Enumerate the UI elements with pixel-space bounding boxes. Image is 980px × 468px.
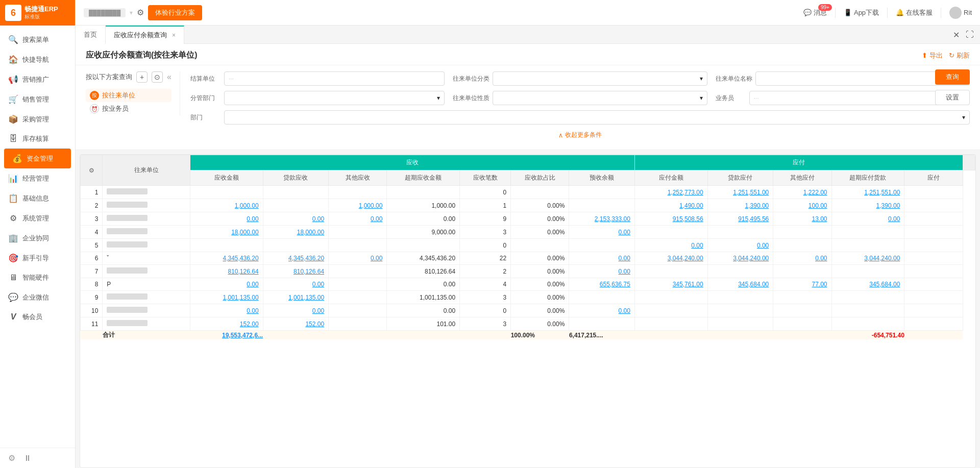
tab-home[interactable]: 首页 <box>76 26 106 44</box>
table-cell[interactable]: 0.00 <box>190 212 263 226</box>
table-cell[interactable]: 0.00 <box>569 304 635 317</box>
table-cell[interactable]: 0.00 <box>569 226 635 239</box>
system-icon: ⚙ <box>8 213 18 223</box>
table-cell[interactable]: 4,345,436.20 <box>190 252 263 265</box>
sidebar-item-quick[interactable]: 🏠 快捷导航 <box>0 50 75 69</box>
filter-add-btn[interactable]: + <box>136 71 148 83</box>
sidebar-item-basic[interactable]: 📋 基础信息 <box>0 188 75 208</box>
scheme-option-salesperson[interactable]: ⏰ 按业务员 <box>86 102 172 115</box>
sidebar-item-finance[interactable]: 💰 资金管理 <box>4 149 71 168</box>
table-cell[interactable]: 4,345,436.20 <box>263 252 329 265</box>
refresh-btn[interactable]: ↻ 刷新 <box>949 51 970 60</box>
table-cell[interactable]: 345,684.00 <box>707 278 773 291</box>
sidebar-item-guide[interactable]: 🎯 新手引导 <box>0 248 75 268</box>
total-loan-pay <box>707 331 773 340</box>
table-cell[interactable]: 2,153,333.00 <box>569 212 635 226</box>
table-cell[interactable]: 1,252,773.00 <box>634 186 707 199</box>
table-cell[interactable]: 1,000.00 <box>329 199 387 212</box>
table-cell[interactable]: 1,251,551.00 <box>707 186 773 199</box>
table-cell[interactable]: 3,044,240.00 <box>707 252 773 265</box>
table-cell[interactable]: 0.00 <box>263 212 329 226</box>
settings-icon[interactable]: ⚙ <box>137 8 144 17</box>
table-cell[interactable]: 18,000.00 <box>190 226 263 239</box>
table-cell[interactable]: 0.00 <box>569 265 635 278</box>
table-cell[interactable]: 77.00 <box>773 278 831 291</box>
table-cell[interactable]: 3,044,240.00 <box>634 252 707 265</box>
table-cell[interactable]: 810,126.64 <box>263 265 329 278</box>
table-cell[interactable]: 0.00 <box>190 278 263 291</box>
table-cell[interactable]: 0.00 <box>634 239 707 252</box>
collapse-more-btn[interactable]: ∧ 收起更多条件 <box>190 127 970 143</box>
table-cell[interactable]: 345,684.00 <box>831 278 904 291</box>
table-cell[interactable]: 13.00 <box>773 212 831 226</box>
table-cell[interactable]: 345,761.00 <box>634 278 707 291</box>
table-cell[interactable]: 3,044,240.00 <box>831 252 904 265</box>
table-cell[interactable]: 0.00 <box>263 278 329 291</box>
table-cell[interactable]: 0.00 <box>263 304 329 317</box>
sidebar-item-member[interactable]: V 畅会员 <box>0 307 75 327</box>
tab-close-window-icon[interactable]: ✕ <box>953 30 960 40</box>
table-cell[interactable]: 1,390.00 <box>707 199 773 212</box>
dept-manager-input[interactable]: ▾ <box>224 91 445 105</box>
settings-bottom-icon[interactable]: ⚙ <box>8 453 15 463</box>
table-cell: 0.00% <box>511 304 569 317</box>
sidebar-item-search[interactable]: 🔍 搜索菜单 <box>0 30 75 50</box>
total-rec-amount[interactable]: 19,553,472,6... <box>190 331 263 340</box>
table-cell[interactable]: 810,126.64 <box>190 265 263 278</box>
message-btn[interactable]: 💬 消息 99+ <box>803 8 827 17</box>
sidebar-item-company[interactable]: 🏢 企业协同 <box>0 228 75 248</box>
sidebar-item-wechat[interactable]: 💬 企业微信 <box>0 287 75 307</box>
table-cell[interactable]: 1,222.00 <box>773 186 831 199</box>
dept-input[interactable]: ▾ <box>224 110 970 125</box>
filter-scheme-btn[interactable]: ⊙ <box>152 71 163 83</box>
table-cell[interactable]: 0.00 <box>190 304 263 317</box>
table-cell[interactable]: 915,508.56 <box>634 212 707 226</box>
table-cell[interactable]: 655,636.75 <box>569 278 635 291</box>
sidebar-item-purchase[interactable]: 📦 采购管理 <box>0 109 75 129</box>
set-btn[interactable]: 设置 <box>935 90 970 105</box>
sidebar-item-sales[interactable]: 🛒 销售管理 <box>0 89 75 109</box>
sidebar-item-operation[interactable]: 📊 经营管理 <box>0 168 75 188</box>
tab-close-icon[interactable]: × <box>172 32 176 39</box>
table-cell[interactable]: 1,390.00 <box>831 199 904 212</box>
collapse-icon[interactable]: ⏸ <box>23 454 32 463</box>
industry-btn[interactable]: 体验行业方案 <box>148 5 202 20</box>
table-cell[interactable]: 1,251,551.00 <box>831 186 904 199</box>
settlement-input[interactable]: ··· <box>224 71 445 86</box>
table-container[interactable]: ⚙ 往来单位 应收 应付 应收金额 贷款应收 其他应收 超期应收金额 应收笔数 … <box>80 154 976 468</box>
app-download-btn[interactable]: 📱 App下载 <box>844 8 879 17</box>
table-cell[interactable]: 0.00 <box>329 212 387 226</box>
table-cell[interactable]: 1,001,135.00 <box>190 291 263 304</box>
filter-collapse-icon[interactable]: « <box>167 72 172 82</box>
user-info[interactable]: Rit <box>949 7 972 19</box>
sidebar-item-inventory[interactable]: 🗄 库存核算 <box>0 129 75 149</box>
sidebar-item-system[interactable]: ⚙ 系统管理 <box>0 208 75 228</box>
table-cell[interactable]: 0.00 <box>773 252 831 265</box>
sidebar-item-hardware[interactable]: 🖥 智能硬件 <box>0 268 75 287</box>
table-cell[interactable]: 0.00 <box>569 252 635 265</box>
category-input[interactable]: ▾ <box>493 71 707 86</box>
table-cell[interactable]: 0.00 <box>329 252 387 265</box>
tab-expand-icon[interactable]: ⛶ <box>966 30 974 39</box>
table-cell[interactable]: 152.00 <box>263 317 329 331</box>
table-cell[interactable]: 1,490.00 <box>634 199 707 212</box>
table-cell[interactable]: 915,495.56 <box>707 212 773 226</box>
nature-input[interactable]: ▾ <box>493 91 707 105</box>
sidebar-item-marketing[interactable]: 📢 营销推广 <box>0 69 75 89</box>
search-icon: 🔍 <box>8 35 18 44</box>
table-cell[interactable]: 0.00 <box>831 212 904 226</box>
table-cell[interactable]: 100.00 <box>773 199 831 212</box>
table-cell[interactable]: 1,001,135.00 <box>263 291 329 304</box>
export-btn[interactable]: ⬆ 导出 <box>922 51 943 60</box>
table-cell[interactable]: 18,000.00 <box>263 226 329 239</box>
query-btn[interactable]: 查询 <box>935 69 970 85</box>
scheme-option-partner[interactable]: 按 按往来单位 <box>86 89 172 102</box>
online-service-btn[interactable]: 🔔 在线客服 <box>896 8 933 17</box>
table-cell[interactable]: 0.00 <box>707 239 773 252</box>
table-cell[interactable]: 152.00 <box>190 317 263 331</box>
th-settings[interactable]: ⚙ <box>81 155 103 186</box>
table-cell: 3 <box>460 317 511 331</box>
table-cell[interactable]: 1,000.00 <box>190 199 263 212</box>
tab-balance[interactable]: 应收应付余额查询 × <box>106 26 184 44</box>
partner-cell: ˇ <box>103 252 190 265</box>
